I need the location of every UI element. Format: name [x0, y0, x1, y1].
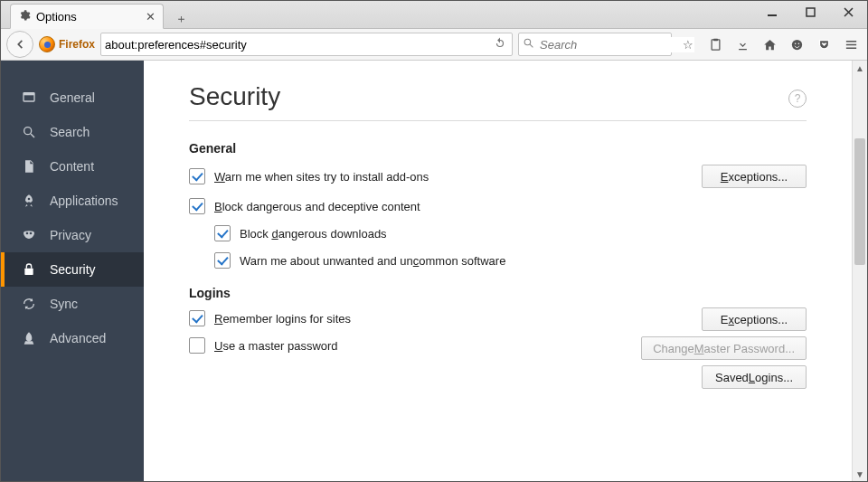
general-icon [21, 90, 37, 106]
checkbox-warn-unwanted[interactable] [214, 252, 231, 269]
search-bar[interactable] [518, 33, 672, 56]
sidebar-item-label: Security [50, 262, 96, 277]
sidebar-item-label: Privacy [50, 228, 91, 242]
search-input[interactable] [538, 37, 694, 52]
sidebar-item-security[interactable]: Security [1, 252, 144, 287]
label-master-password: Use a master passwordUse a master passwo… [214, 339, 608, 353]
svg-rect-4 [712, 39, 720, 49]
advanced-icon [21, 330, 37, 346]
site-identity[interactable]: Firefox [39, 36, 95, 52]
exceptions-addons-button[interactable]: Exceptions...Exceptions... [702, 165, 807, 188]
gear-icon [18, 9, 31, 24]
sidebar-item-privacy[interactable]: Privacy [1, 218, 144, 252]
close-window-button[interactable] [829, 1, 867, 23]
scroll-up-arrow[interactable]: ▲ [853, 61, 867, 75]
svg-line-3 [530, 44, 533, 47]
lock-icon [21, 261, 37, 278]
sidebar-item-label: Search [50, 125, 90, 139]
svg-point-6 [791, 39, 801, 49]
label-remember-logins: Remember logins for sitesRemember logins… [214, 312, 608, 326]
smile-icon[interactable] [786, 33, 807, 55]
help-icon[interactable]: ? [788, 90, 807, 108]
window-controls [753, 1, 867, 23]
content-icon [21, 158, 37, 175]
url-bar[interactable] [100, 33, 513, 56]
change-master-password-button[interactable]: Change Master Password...Change Master P… [641, 336, 807, 360]
checkbox-block-downloads[interactable] [214, 225, 231, 241]
page-title: Security [189, 82, 807, 111]
svg-point-8 [797, 43, 799, 44]
saved-logins-button[interactable]: Saved Logins...Saved Logins... [702, 365, 807, 389]
label-warn-addons: WWarn me when sites try to install add-o… [214, 170, 702, 184]
label-block-downloads: Block dangerous downloadsBlock dangerous… [240, 227, 807, 241]
divider [189, 120, 807, 121]
sidebar-item-advanced[interactable]: Advanced [1, 321, 144, 355]
section-logins: Logins Remember logins for sitesRemember… [189, 286, 807, 373]
tab-options[interactable]: Options ✕ [10, 4, 164, 29]
vertical-scrollbar[interactable]: ▲ ▼ [852, 61, 867, 481]
new-tab-button[interactable]: ＋ [169, 9, 193, 29]
menu-icon[interactable] [840, 33, 862, 55]
browser-window: Options ✕ ＋ Firefox [0, 0, 868, 482]
clipboard-icon[interactable] [704, 33, 726, 55]
minimize-button[interactable] [753, 1, 791, 23]
tab-close-icon[interactable]: ✕ [146, 10, 156, 24]
tab-strip: Options ✕ ＋ [10, 2, 193, 29]
pocket-icon[interactable] [813, 33, 835, 55]
sidebar-item-content[interactable]: Content [1, 149, 144, 184]
firefox-icon [39, 36, 55, 52]
sidebar-item-applications[interactable]: Applications [1, 184, 144, 218]
titlebar: Options ✕ ＋ [1, 1, 867, 29]
svg-point-2 [524, 39, 531, 45]
svg-rect-0 [768, 14, 777, 16]
svg-line-12 [31, 134, 34, 137]
svg-point-11 [24, 128, 32, 135]
bookmark-star-icon[interactable]: ☆ [677, 33, 699, 55]
sync-icon [21, 296, 37, 312]
maximize-button[interactable] [791, 1, 829, 23]
svg-rect-5 [713, 38, 718, 41]
back-button[interactable] [6, 31, 33, 58]
sidebar-item-search[interactable]: Search [1, 115, 144, 149]
search-icon [523, 37, 534, 52]
preferences-main: ? Security General WWarn me when sites t… [144, 61, 852, 481]
svg-rect-13 [24, 269, 33, 275]
checkbox-remember-logins[interactable] [189, 310, 205, 326]
label-block-content: Block dangerous and deceptive contentBlo… [214, 200, 807, 213]
exceptions-logins-button[interactable]: Exceptions...Exceptions... [702, 307, 807, 331]
downloads-icon[interactable] [731, 33, 753, 55]
tab-title: Options [36, 10, 77, 24]
preferences-sidebar: General Search Content Applications Priv… [1, 61, 144, 481]
section-general: General WWarn me when sites try to insta… [189, 141, 807, 269]
home-icon[interactable] [759, 33, 780, 55]
sidebar-item-label: Advanced [50, 331, 106, 345]
sidebar-item-general[interactable]: General [1, 80, 144, 115]
search-icon [21, 124, 37, 140]
checkbox-warn-addons[interactable] [189, 168, 205, 184]
sidebar-item-label: Applications [50, 194, 118, 208]
sidebar-item-sync[interactable]: Sync [1, 287, 144, 321]
section-heading: Logins [189, 286, 807, 300]
section-heading: General [189, 141, 807, 156]
sidebar-item-label: Sync [50, 297, 78, 311]
row-warn-unwanted: Warn me about unwanted and uncommon soft… [214, 251, 807, 269]
checkbox-block-content[interactable] [189, 198, 205, 214]
row-warn-addons: WWarn me when sites try to install add-o… [189, 165, 807, 188]
mask-icon [21, 227, 37, 243]
navbar: Firefox ☆ [1, 29, 867, 61]
svg-rect-10 [24, 93, 34, 96]
identity-label: Firefox [59, 38, 95, 51]
checkbox-master-password[interactable] [189, 337, 205, 354]
scroll-down-arrow[interactable]: ▼ [853, 467, 867, 481]
svg-rect-1 [807, 8, 815, 16]
sidebar-item-label: General [50, 90, 95, 105]
row-block-downloads: Block dangerous downloadsBlock dangerous… [214, 224, 807, 242]
scroll-thumb[interactable] [854, 138, 865, 265]
url-input[interactable] [101, 33, 488, 55]
svg-point-7 [794, 43, 796, 44]
rocket-icon [21, 193, 37, 209]
reload-icon[interactable] [494, 37, 506, 52]
row-block-content: Block dangerous and deceptive contentBlo… [189, 197, 807, 215]
label-warn-unwanted: Warn me about unwanted and uncommon soft… [240, 254, 807, 268]
sidebar-item-label: Content [50, 159, 94, 174]
